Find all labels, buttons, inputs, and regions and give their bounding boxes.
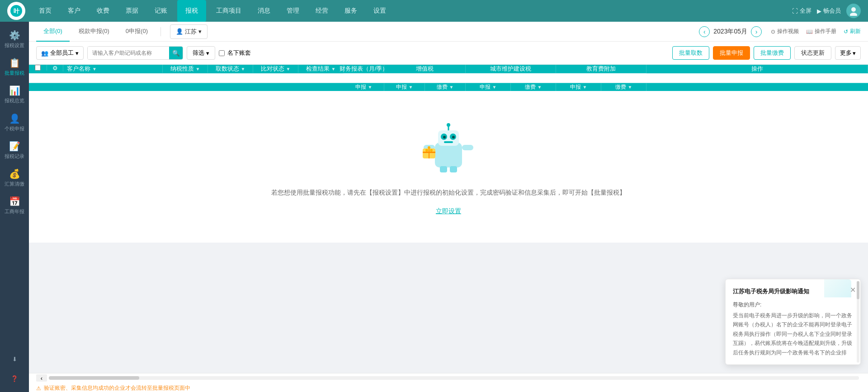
month-prev-button[interactable]: ‹ — [699, 26, 710, 37]
scroll-left-button[interactable]: ‹ — [36, 374, 47, 382]
personal-tax-icon: 👤 — [9, 113, 20, 124]
nav-billing[interactable]: 收费 — [89, 0, 118, 22]
tax-filter-icon[interactable]: ▼ — [196, 67, 200, 72]
empty-state: 若您想使用批量报税功能，请先在【报税设置】中进行报税的初始化设置，完成密码验证和… — [29, 81, 868, 243]
svg-point-8 — [443, 136, 446, 139]
vat-declare-filter-icon[interactable]: ▼ — [409, 85, 413, 90]
more-button[interactable]: 更多 ▾ — [835, 46, 861, 60]
sidebar-bottom: ⬇ ❓ — [0, 351, 29, 392]
notification-panel: 江苏电子税务局升级影响通知 ✕ 尊敬的用户: 受当前电子税务局进一步升级的影响，… — [725, 279, 861, 365]
nav-invoice[interactable]: 票据 — [118, 0, 146, 22]
filter-button[interactable]: 筛选 ▾ — [187, 46, 215, 60]
horizontal-scrollbar[interactable] — [49, 376, 859, 380]
app-logo[interactable]: 叶 — [7, 2, 25, 20]
batch-pay-button[interactable]: 批量缴费 — [754, 46, 791, 60]
tax-summary-icon: 📊 — [9, 85, 20, 96]
manual-button[interactable]: 📖 操作手册 — [806, 28, 836, 35]
th-sub-fetch — [208, 83, 253, 91]
sidebar-item-tax-settings[interactable]: ⚙️ 报税设置 — [0, 25, 29, 53]
city-pay-filter-icon[interactable]: ▼ — [538, 85, 542, 90]
region-icon: 👤 — [176, 28, 183, 35]
vat-pay-filter-icon[interactable]: ▼ — [449, 85, 454, 90]
tab-tax-declare[interactable]: 税款申报(0) — [71, 22, 117, 42]
edu-pay-filter-icon[interactable]: ▼ — [628, 85, 632, 90]
th-settings[interactable]: ⚙ — [47, 65, 63, 72]
nav-settings[interactable]: 设置 — [365, 0, 394, 22]
th-sub-checkres — [298, 83, 344, 91]
svg-point-22 — [428, 146, 430, 149]
batch-declare-button[interactable]: 批量申报 — [713, 46, 750, 60]
select-all-checkbox[interactable] — [35, 65, 41, 71]
batch-fetch-button[interactable]: 批量取数 — [672, 46, 709, 60]
sidebar-item-personal-tax[interactable]: 👤 个税申报 — [0, 109, 29, 136]
refresh-icon: ↺ — [844, 29, 848, 35]
region-selector[interactable]: 👤 江苏 ▾ — [170, 24, 208, 39]
name-filter-icon[interactable]: ▼ — [92, 67, 97, 72]
notification-greeting: 尊敬的用户: — [733, 300, 853, 309]
nav-accounting[interactable]: 记账 — [146, 0, 175, 22]
notif-scroll-thumb — [857, 281, 859, 299]
th-city-group: 城市维护建设税 — [466, 65, 556, 73]
robot-svg — [419, 118, 478, 177]
nav-service[interactable]: 服务 — [336, 0, 365, 22]
compare-filter-icon[interactable]: ▼ — [286, 67, 291, 72]
user-avatar[interactable] — [846, 4, 861, 18]
search-button[interactable]: 🔍 — [169, 46, 183, 60]
sidebar-item-help[interactable]: ❓ — [0, 371, 29, 387]
sidebar-item-batch-tax[interactable]: 📋 批量报税 — [0, 53, 29, 81]
sidebar-item-tax-summary[interactable]: 📊 报税总览 — [0, 81, 29, 108]
fetch-filter-icon[interactable]: ▼ — [241, 67, 245, 72]
search-input[interactable] — [88, 47, 169, 59]
th-action: 操作 — [646, 65, 868, 73]
fin-declare-filter-icon[interactable]: ▼ — [368, 85, 373, 90]
sidebar-item-annual-report[interactable]: 📅 工商年报 — [0, 191, 29, 219]
notification-content: 受当前电子税务局进一步升级的影响，同一个政务网账号（办税人）名下的企业不能再同时… — [733, 311, 853, 357]
video-button[interactable]: ⊙ 操作视频 — [771, 28, 799, 35]
edu-declare-filter-icon[interactable]: ▼ — [583, 85, 587, 90]
nav-tax[interactable]: 报税 — [177, 0, 206, 22]
refresh-button[interactable]: ↺ 刷新 — [844, 28, 861, 35]
sub-account-checkbox-input[interactable] — [219, 50, 225, 56]
batch-tax-icon: 📋 — [9, 57, 20, 68]
th-sub-city-declare: 申报 ▼ — [466, 83, 511, 91]
svg-point-20 — [425, 149, 428, 152]
tab-all[interactable]: 全部(0) — [36, 22, 70, 42]
svg-point-3 — [850, 13, 857, 16]
sidebar-item-tax-records[interactable]: 📝 报税记录 — [0, 136, 29, 164]
th-sub-name — [63, 83, 163, 91]
employee-select[interactable]: 👥 全部员工 ▾ — [36, 46, 84, 60]
member-button[interactable]: ▶ 畅会员 — [817, 7, 841, 15]
tax-records-icon: 📝 — [9, 141, 20, 152]
notification-deco — [824, 279, 851, 297]
check-filter-icon[interactable]: ▼ — [331, 67, 336, 72]
sidebar-item-settlement[interactable]: 💰 汇算清缴 — [0, 164, 29, 191]
sub-account-checkbox[interactable]: 名下账套 — [219, 49, 251, 57]
sidebar-item-label: 报税设置 — [5, 43, 24, 48]
nav-message[interactable]: 消息 — [250, 0, 278, 22]
svg-rect-16 — [450, 166, 457, 172]
nav-customer[interactable]: 客户 — [60, 0, 89, 22]
nav-business[interactable]: 工商项目 — [208, 0, 250, 22]
tab-zero-declare[interactable]: 0申报(0) — [118, 22, 155, 42]
nav-home[interactable]: 首页 — [31, 0, 60, 22]
setup-link[interactable]: 立即设置 — [436, 207, 461, 215]
nav-manage[interactable]: 管理 — [278, 0, 307, 22]
nav-operation[interactable]: 经营 — [307, 0, 336, 22]
sidebar-item-label: 报税总览 — [5, 98, 24, 104]
sidebar-item-download[interactable]: ⬇ — [0, 351, 29, 367]
video-icon: ⊙ — [771, 29, 775, 35]
notification-scrollbar[interactable] — [855, 279, 861, 364]
member-icon: ▶ — [817, 8, 821, 14]
city-declare-filter-icon[interactable]: ▼ — [492, 85, 497, 90]
employee-icon: 👥 — [41, 50, 48, 57]
status-update-button[interactable]: 状态更新 — [794, 46, 831, 60]
tabs-right-buttons: ⊙ 操作视频 📖 操作手册 ↺ 刷新 — [771, 28, 861, 35]
fullscreen-button[interactable]: ⛶ 全屏 — [792, 7, 811, 15]
th-sub-tax — [163, 83, 208, 91]
th-checkbox — [29, 65, 47, 71]
month-next-button[interactable]: › — [751, 26, 762, 37]
th-sub-check — [29, 83, 47, 91]
th-tax-nature: 纳税性质 ▼ — [163, 65, 208, 73]
sidebar-item-label: 报税记录 — [5, 153, 24, 159]
chevron-down-icon: ▾ — [198, 28, 202, 35]
